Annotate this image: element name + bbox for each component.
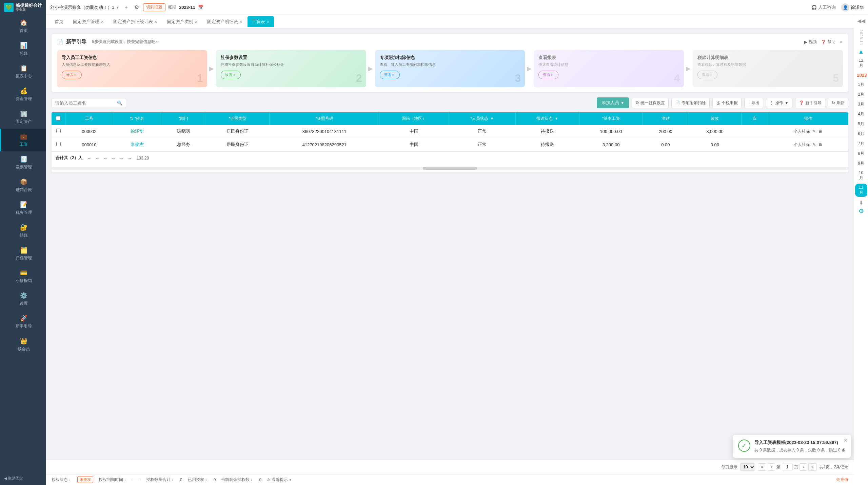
name-sort[interactable]: ⇅ *姓名 <box>130 116 144 122</box>
calendar-icon[interactable]: 📅 <box>198 5 203 10</box>
operate-button[interactable]: ⋮ 操作 ▼ <box>766 98 792 108</box>
sidebar-item-tax[interactable]: 📝 税务管理 <box>0 197 46 220</box>
guide-close-button[interactable]: ✕ <box>840 40 843 44</box>
deduction-button[interactable]: 📄 专项附加扣除 <box>671 98 710 108</box>
sidebar-item-reports[interactable]: 📋 报表中心 <box>0 60 46 83</box>
prev-page-button[interactable]: ‹ <box>768 463 775 471</box>
settings-button[interactable]: ⚙ <box>133 3 140 12</box>
sidebar-label-settings: 设置 <box>20 301 28 306</box>
scroll-down-icon[interactable]: ⬇ <box>859 200 863 206</box>
sidebar-item-guide[interactable]: 🚀 新手引导 <box>0 311 46 333</box>
tab-depreciation-close[interactable]: ✕ <box>154 20 157 24</box>
month-1[interactable]: 1月 <box>855 80 867 89</box>
footer-dash-2: -- <box>96 156 99 161</box>
tab-fixed-detail[interactable]: 固定资产明细账 ✕ <box>203 16 247 27</box>
select-all-checkbox[interactable] <box>56 116 60 120</box>
month-12[interactable]: 12月 <box>855 57 867 70</box>
sidebar-item-expense[interactable]: 💳 小畅报销 <box>0 265 46 288</box>
step-5-button[interactable]: 查看＞ <box>697 71 717 79</box>
export-button[interactable]: ↓ 导出 <box>744 98 763 108</box>
tab-salary-close[interactable]: ✕ <box>267 20 270 24</box>
horizontal-scrollbar[interactable] <box>52 167 848 170</box>
row-2-delete-icon[interactable]: 🗑 <box>818 142 823 147</box>
month-9[interactable]: 9月 <box>855 159 867 168</box>
sidebar-item-member[interactable]: 👑 畅会员 <box>0 333 46 356</box>
sidebar-item-general-ledger[interactable]: 📊 总账 <box>0 38 46 60</box>
page-input[interactable] <box>782 464 793 470</box>
ai-consult-button[interactable]: 🎧 人工咨询 <box>811 4 836 11</box>
step-3-button[interactable]: 查看＞ <box>380 71 400 79</box>
month-6[interactable]: 6月 <box>855 130 867 138</box>
sidebar-item-salary[interactable]: 💼 工资 <box>0 129 46 151</box>
sidebar-item-settings[interactable]: ⚙️ 设置 <box>0 288 46 311</box>
status-filter-icon[interactable]: ▼ <box>490 116 494 120</box>
right-panel-settings-icon[interactable]: ⚙ <box>859 207 864 215</box>
sidebar-label-reports: 报表中心 <box>16 73 32 79</box>
report-status-filter-icon[interactable]: ▼ <box>555 116 558 120</box>
row-1-social-security-link[interactable]: 个人社保 <box>794 129 810 134</box>
sidebar-item-fixed-assets[interactable]: 🏢 固定资产 <box>0 106 46 129</box>
row-2-checkbox[interactable] <box>56 142 61 146</box>
add-account-button[interactable]: ＋ <box>122 2 130 12</box>
row-1-checkbox[interactable] <box>56 129 61 133</box>
scroll-up-icon[interactable]: ▲ <box>858 48 864 55</box>
month-8[interactable]: 8月 <box>855 149 867 158</box>
year-label: 2023.11 <box>859 30 863 45</box>
tab-fixed-assets-close[interactable]: ✕ <box>101 20 104 24</box>
month-2[interactable]: 2月 <box>855 90 867 99</box>
per-page-select[interactable]: 10 20 50 <box>740 463 755 471</box>
month-3[interactable]: 3月 <box>855 100 867 109</box>
row-1-delete-icon[interactable]: 🗑 <box>818 129 823 134</box>
tab-depreciation[interactable]: 固定资产折旧统计表 ✕ <box>109 16 162 27</box>
scrollbar-thumb[interactable] <box>423 167 477 170</box>
row-2-social-security-link[interactable]: 个人社保 <box>794 142 810 147</box>
step-1-title: 导入员工工资信息 <box>62 55 202 61</box>
account-selector[interactable]: 刘小艳演示账套（勿删勿动！）1 ▼ <box>50 4 119 11</box>
row-1-name-link[interactable]: 徐泽华 <box>131 129 144 134</box>
sidebar-item-cash[interactable]: 💰 资金管理 <box>0 83 46 106</box>
tab-fixed-assets[interactable]: 固定资产管理 ✕ <box>68 16 108 27</box>
sidebar-item-invoices[interactable]: 🧾 发票管理 <box>0 151 46 174</box>
social-security-button[interactable]: ⚙ 统一社保设置 <box>632 98 669 108</box>
add-person-button[interactable]: 添加人员 ▼ <box>597 97 629 108</box>
month-10[interactable]: 10月 <box>855 169 867 182</box>
search-input[interactable] <box>55 100 114 106</box>
sidebar-item-archive[interactable]: 🗂️ 归档管理 <box>0 242 46 265</box>
next-page-button[interactable]: › <box>800 463 807 471</box>
last-page-button[interactable]: » <box>808 463 817 471</box>
month-4[interactable]: 4月 <box>855 110 867 118</box>
guide-banner: 📄 新手引导 5步快速完成设置，快去完善信息吧～ ▶ 视频 ❓ 帮助 ✕ 导入员… <box>52 34 848 92</box>
user-info[interactable]: 👤 徐泽华 <box>841 3 864 12</box>
sidebar-item-inventory[interactable]: 📦 进销台账 <box>0 174 46 197</box>
tax-report-button[interactable]: 🖨 个税申报 <box>712 98 742 108</box>
right-panel-expand-button[interactable]: ◀◀ <box>857 18 865 24</box>
row-1-edit-icon[interactable]: ✎ <box>812 129 816 134</box>
version-toggle-button[interactable]: 切到旧版 <box>143 3 165 11</box>
tab-home[interactable]: 首页 <box>50 16 68 27</box>
step-4-button[interactable]: 查看＞ <box>538 71 558 79</box>
footer-dash-4: -- <box>112 156 115 161</box>
step-2-title: 社保参数设置 <box>221 55 361 61</box>
tab-salary[interactable]: 工资表 ✕ <box>248 16 274 27</box>
add-person-dropdown-icon: ▼ <box>620 101 624 105</box>
row-2-edit-icon[interactable]: ✎ <box>812 142 816 147</box>
sidebar-item-home[interactable]: 🏠 首页 <box>0 15 46 38</box>
month-11-active[interactable]: 11月 <box>855 184 867 197</box>
first-page-button[interactable]: « <box>758 463 766 471</box>
refresh-button[interactable]: ↻ 刷新 <box>828 98 848 108</box>
step-2-button[interactable]: 设置＞ <box>221 71 241 79</box>
month-5[interactable]: 5月 <box>855 120 867 128</box>
cancel-fixed-button[interactable]: ◀ 取消固定 <box>3 474 43 482</box>
new-guide-button[interactable]: ❓ 新手引导 <box>795 98 825 108</box>
guide-video-btn[interactable]: ▶ 视频 <box>804 39 817 45</box>
tab-fixed-category-close[interactable]: ✕ <box>195 20 198 24</box>
guide-help-btn[interactable]: ❓ 帮助 <box>821 39 835 45</box>
recharge-button[interactable]: 去充值 <box>836 477 848 483</box>
month-7[interactable]: 7月 <box>855 139 867 148</box>
toast-close-button[interactable]: ✕ <box>844 437 848 443</box>
row-2-name-link[interactable]: 李俊杰 <box>131 142 144 147</box>
sidebar-item-closing[interactable]: 🔐 结账 <box>0 220 46 242</box>
tab-fixed-detail-close[interactable]: ✕ <box>239 20 242 24</box>
tab-fixed-category[interactable]: 固定资产类别 ✕ <box>162 16 202 27</box>
step-1-button[interactable]: 导入＞ <box>62 71 82 79</box>
